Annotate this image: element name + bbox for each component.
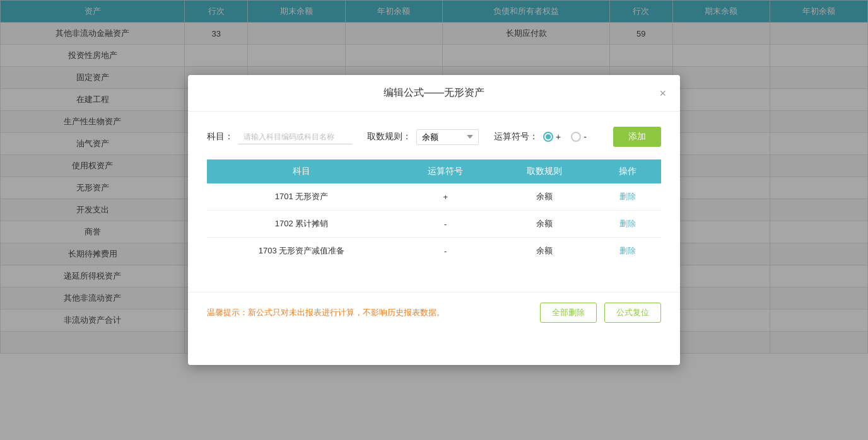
subject-input[interactable] bbox=[238, 129, 352, 144]
col-operator: 运算符号 bbox=[396, 159, 495, 183]
row1-rule: 余额 bbox=[495, 183, 594, 211]
add-button[interactable]: 添加 bbox=[613, 127, 661, 147]
formula-table: 科目 运算符号 取数规则 操作 1701 无形资产 + 余额 删除 bbox=[207, 159, 661, 264]
edit-formula-modal: 编辑公式——无形资产 × 科目： 取数规则： 余额 借方 bbox=[188, 75, 680, 365]
formula-row-2: 1702 累计摊销 - 余额 删除 bbox=[207, 211, 661, 238]
row1-subject: 1701 无形资产 bbox=[207, 183, 396, 211]
operator-group: 运算符号： + - bbox=[494, 131, 587, 142]
rule-select[interactable]: 余额 借方 贷方 借方发生额 贷方发生额 bbox=[416, 129, 479, 145]
rule-select-wrap: 余额 借方 贷方 借方发生额 贷方发生额 bbox=[416, 129, 479, 145]
row2-operator: - bbox=[396, 211, 495, 238]
row2-rule: 余额 bbox=[495, 211, 594, 238]
row2-subject: 1702 累计摊销 bbox=[207, 211, 396, 238]
modal-header: 编辑公式——无形资产 × bbox=[188, 75, 680, 112]
radio-group: + - bbox=[543, 132, 587, 142]
modal-footer: 温馨提示：新公式只对未出报表进行计算，不影响历史报表数据。 全部删除 公式复位 bbox=[188, 292, 680, 333]
row3-subject: 1703 无形资产减值准备 bbox=[207, 238, 396, 265]
modal-overlay: 编辑公式——无形资产 × 科目： 取数规则： 余额 借方 bbox=[0, 0, 868, 440]
modal-close-button[interactable]: × bbox=[655, 86, 670, 100]
operator-label: 运算符号： bbox=[494, 131, 538, 142]
col-subject: 科目 bbox=[207, 159, 396, 183]
delete-button-1[interactable]: 删除 bbox=[619, 191, 636, 202]
subject-group: 科目： bbox=[207, 129, 352, 144]
col-action: 操作 bbox=[594, 159, 661, 183]
reset-formula-button[interactable]: 公式复位 bbox=[604, 303, 661, 323]
radio-plus[interactable]: + bbox=[543, 132, 561, 142]
row3-operator: - bbox=[396, 238, 495, 265]
formula-row-1: 1701 无形资产 + 余额 删除 bbox=[207, 183, 661, 211]
delete-button-3[interactable]: 删除 bbox=[619, 245, 636, 257]
footer-tip: 温馨提示：新公式只对未出报表进行计算，不影响历史报表数据。 bbox=[207, 307, 445, 318]
footer-buttons: 全部删除 公式复位 bbox=[540, 303, 661, 323]
table-header-row: 科目 运算符号 取数规则 操作 bbox=[207, 159, 661, 183]
form-row: 科目： 取数规则： 余额 借方 贷方 借方发生额 贷方发生额 bbox=[207, 127, 661, 147]
radio-plus-label: + bbox=[556, 132, 561, 142]
row1-action: 删除 bbox=[594, 183, 661, 211]
radio-minus-label: - bbox=[584, 132, 587, 142]
radio-plus-circle bbox=[543, 132, 553, 142]
formula-row-3: 1703 无形资产减值准备 - 余额 删除 bbox=[207, 238, 661, 265]
modal-body: 科目： 取数规则： 余额 借方 贷方 借方发生额 贷方发生额 bbox=[188, 112, 680, 292]
col-rule: 取数规则 bbox=[495, 159, 594, 183]
radio-minus[interactable]: - bbox=[571, 132, 587, 142]
row1-operator: + bbox=[396, 183, 495, 211]
rule-label: 取数规则： bbox=[367, 131, 411, 142]
row3-action: 删除 bbox=[594, 238, 661, 265]
radio-minus-circle bbox=[571, 132, 581, 142]
delete-all-button[interactable]: 全部删除 bbox=[540, 303, 597, 323]
modal-title: 编辑公式——无形资产 bbox=[384, 86, 484, 100]
subject-label: 科目： bbox=[207, 131, 233, 142]
delete-button-2[interactable]: 删除 bbox=[619, 218, 636, 229]
row3-rule: 余额 bbox=[495, 238, 594, 265]
rule-group: 取数规则： 余额 借方 贷方 借方发生额 贷方发生额 bbox=[367, 129, 479, 145]
row2-action: 删除 bbox=[594, 211, 661, 238]
